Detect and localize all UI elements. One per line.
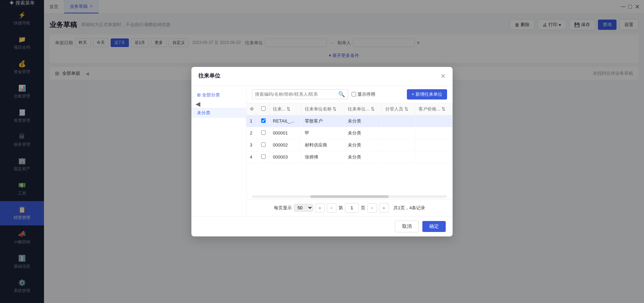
- show-disabled-label[interactable]: 显示停用: [352, 91, 375, 97]
- col-settings: ⚙: [246, 103, 258, 115]
- col-manager[interactable]: 分管人员 ⇅: [382, 103, 415, 115]
- row-num: 3: [246, 139, 258, 151]
- row-checkbox[interactable]: [258, 115, 269, 127]
- row-checkbox[interactable]: [258, 127, 269, 139]
- next-page-button[interactable]: ›: [367, 203, 377, 213]
- category-item-unclassified[interactable]: 未分类: [191, 108, 246, 118]
- row-manager: [382, 127, 415, 139]
- row-num: 2: [246, 127, 258, 139]
- row-checkbox[interactable]: [258, 151, 269, 163]
- dialog-right-panel: 🔍 显示停用 + 新增往来单位 ⚙ 往来... ⇅ 往来单位名称 ⇅: [246, 86, 453, 216]
- scrollbar-thumb: [310, 195, 388, 198]
- table-row[interactable]: 4 000003 张师傅 未分类: [246, 151, 453, 163]
- row-name: 甲: [301, 127, 344, 139]
- sort-icon: ⇅: [404, 106, 408, 112]
- dialog-left-panel: ⊞ 全部分类 ◀ 未分类: [191, 86, 246, 216]
- row-price: [415, 139, 453, 151]
- col-price[interactable]: 客户价格... ⇅: [415, 103, 453, 115]
- sort-icon: ⇅: [333, 106, 336, 112]
- col-category[interactable]: 往来单位... ⇅: [344, 103, 382, 115]
- confirm-button[interactable]: 确定: [422, 221, 446, 232]
- row-price: [415, 115, 453, 127]
- row-name: 零散客户: [301, 115, 344, 127]
- row-code: RETAIL_...: [269, 115, 301, 127]
- per-page-select[interactable]: 50 100 200: [294, 204, 313, 212]
- page-label: 第: [338, 205, 343, 211]
- table-row[interactable]: 3 000002 材料供应商 未分类: [246, 139, 453, 151]
- dialog-table-scroll[interactable]: ⚙ 往来... ⇅ 往来单位名称 ⇅ 往来单位... ⇅ 分管人员 ⇅ 客户价格…: [246, 103, 453, 194]
- table-row[interactable]: 1 RETAIL_... 零散客户 未分类: [246, 115, 453, 127]
- dialog-title: 往来单位: [198, 72, 220, 80]
- col-code[interactable]: 往来... ⇅: [269, 103, 301, 115]
- search-icon: 🔍: [338, 91, 345, 97]
- page-input[interactable]: [345, 203, 359, 213]
- show-disabled-checkbox[interactable]: [352, 92, 356, 96]
- per-page-label: 每页显示: [274, 205, 292, 211]
- row-num: 4: [246, 151, 258, 163]
- row-manager: [382, 139, 415, 151]
- add-trading-unit-button[interactable]: + 新增往来单位: [407, 89, 447, 100]
- dialog-header: 往来单位 ✕: [191, 67, 453, 86]
- prev-page-button[interactable]: ‹: [327, 203, 336, 213]
- dialog-body: ⊞ 全部分类 ◀ 未分类 🔍 显示停用 + 新增往来单位: [191, 86, 453, 216]
- row-name: 张师傅: [301, 151, 344, 163]
- dialog-table: ⚙ 往来... ⇅ 往来单位名称 ⇅ 往来单位... ⇅ 分管人员 ⇅ 客户价格…: [246, 103, 453, 163]
- search-box: 🔍: [252, 89, 348, 99]
- select-all-checkbox[interactable]: [261, 106, 266, 111]
- right-toolbar: 🔍 显示停用 + 新增往来单位: [246, 86, 453, 103]
- cancel-button[interactable]: 取消: [395, 221, 419, 232]
- horizontal-scrollbar[interactable]: [252, 195, 447, 198]
- sort-icon: ⇅: [442, 106, 445, 112]
- collapse-left-btn[interactable]: ◀: [191, 101, 204, 107]
- dialog-close-button[interactable]: ✕: [441, 72, 446, 80]
- sort-icon: ⇅: [371, 106, 375, 112]
- page-suffix: 页: [361, 205, 365, 211]
- row-checkbox[interactable]: [258, 139, 269, 151]
- row-manager: [382, 151, 415, 163]
- category-all[interactable]: ⊞ 全部分类: [191, 90, 246, 100]
- row-name: 材料供应商: [301, 139, 344, 151]
- row-code: 000003: [269, 151, 301, 163]
- col-checkbox: [258, 103, 269, 115]
- table-row[interactable]: 2 000001 甲 未分类: [246, 127, 453, 139]
- row-manager: [382, 115, 415, 127]
- first-page-button[interactable]: «: [315, 203, 325, 213]
- search-input[interactable]: [255, 92, 337, 97]
- row-code: 000001: [269, 127, 301, 139]
- last-page-button[interactable]: »: [379, 203, 389, 213]
- pagination: 每页显示 50 100 200 « ‹ 第 页 › » 共1页，4条记录: [246, 199, 453, 216]
- grid-category-icon: ⊞: [197, 92, 201, 97]
- row-code: 000002: [269, 139, 301, 151]
- row-category: 未分类: [344, 139, 382, 151]
- total-label: 共1页，4条记录: [393, 205, 425, 211]
- col-name[interactable]: 往来单位名称 ⇅: [301, 103, 344, 115]
- row-category: 未分类: [344, 127, 382, 139]
- dialog-footer: 取消 确定: [191, 216, 453, 236]
- row-category: 未分类: [344, 151, 382, 163]
- row-num: 1: [246, 115, 258, 127]
- dialog-trading-unit: 往来单位 ✕ ⊞ 全部分类 ◀ 未分类 🔍 显示停用: [191, 67, 453, 236]
- row-price: [415, 151, 453, 163]
- sort-icon: ⇅: [287, 106, 290, 112]
- row-category: 未分类: [344, 115, 382, 127]
- row-price: [415, 127, 453, 139]
